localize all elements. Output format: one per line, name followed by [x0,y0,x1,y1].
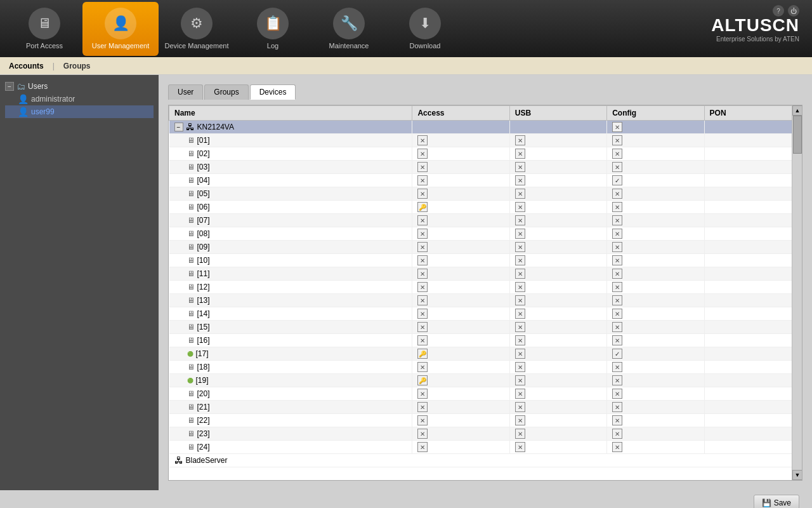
x-icon[interactable]: ✕ [612,442,622,452]
usb-x-icon[interactable]: ✕ [515,242,525,252]
config-cell[interactable]: ✕ [607,281,704,294]
sub-nav-groups[interactable]: Groups [61,60,93,72]
nav-item-download[interactable]: ⬇ Download [387,2,463,56]
access-cell[interactable]: ✕ [412,414,509,427]
x-icon[interactable]: ✕ [612,322,622,332]
config-cell[interactable]: ✓ [607,347,704,361]
usb-x-icon[interactable]: ✕ [515,415,525,425]
access-cell[interactable]: ✕ [412,187,509,201]
x-icon[interactable]: ✕ [612,402,622,412]
nav-item-maintenance[interactable]: 🔧 Maintenance [311,2,387,56]
config-cell[interactable]: ✕ [607,374,704,387]
usb-cell[interactable]: ✕ [509,334,606,347]
config-cell[interactable]: ✕ [607,161,704,174]
usb-cell[interactable]: ✕ [509,347,606,361]
config-cell[interactable]: ✕ [607,254,704,267]
usb-cell[interactable]: ✕ [509,387,606,401]
x-icon[interactable]: ✕ [612,135,622,145]
x-icon[interactable]: ✕ [417,242,428,252]
usb-cell[interactable]: ✕ [509,201,606,214]
config-cell[interactable]: ✕ [607,187,704,201]
x-icon[interactable]: ✕ [417,282,428,292]
table-scroll[interactable]: NameAccessUSBConfigPON − 🖧 KN2124VA ✕ 🖥 … [169,105,802,480]
sub-nav-accounts[interactable]: Accounts [6,60,46,72]
tree-node-administrator[interactable]: 👤administrator [5,93,154,105]
config-cell[interactable]: ✕ [607,267,704,281]
access-cell[interactable]: ✕ [412,214,509,227]
config-cell[interactable]: ✕ [607,201,704,214]
usb-cell[interactable]: ✕ [509,134,606,147]
x-icon[interactable]: ✕ [612,255,622,265]
x-icon[interactable]: ✕ [417,175,428,185]
config-cell[interactable]: ✕ [607,307,704,321]
usb-cell[interactable]: ✕ [509,187,606,201]
access-cell[interactable]: 🔑 [412,201,509,214]
device-config-cell[interactable]: ✕ [607,121,704,134]
access-cell[interactable]: ✕ [412,321,509,334]
x-icon[interactable]: ✕ [612,295,622,305]
usb-cell[interactable]: ✕ [509,267,606,281]
device-expand-btn[interactable]: − [174,123,183,131]
access-cell[interactable]: ✕ [412,294,509,307]
scroll-down-arrow[interactable]: ▼ [792,470,802,480]
usb-cell[interactable]: ✕ [509,174,606,187]
usb-x-icon[interactable]: ✕ [515,389,525,399]
x-icon[interactable]: ✕ [417,295,428,305]
config-cell[interactable]: ✕ [607,321,704,334]
key-icon[interactable]: 🔑 [417,349,428,359]
usb-cell[interactable]: ✕ [509,147,606,161]
tab-groups[interactable]: Groups [204,84,248,100]
access-cell[interactable]: ✕ [412,387,509,401]
x-icon[interactable]: ✕ [417,322,428,332]
key-icon[interactable]: 🔑 [417,375,428,385]
access-cell[interactable]: ✕ [412,427,509,441]
usb-x-icon[interactable]: ✕ [515,269,525,279]
usb-cell[interactable]: ✕ [509,427,606,441]
x-icon[interactable]: ✕ [612,309,622,319]
scrollbar[interactable]: ▲ ▼ [792,105,802,480]
save-button[interactable]: 💾 Save [754,495,799,508]
usb-cell[interactable]: ✕ [509,227,606,241]
x-icon[interactable]: ✕ [417,255,428,265]
access-cell[interactable]: ✕ [412,161,509,174]
tab-devices[interactable]: Devices [250,84,296,100]
config-cell[interactable]: ✕ [607,227,704,241]
usb-cell[interactable]: ✕ [509,374,606,387]
x-icon[interactable]: ✕ [612,282,622,292]
x-icon[interactable]: ✕ [417,415,428,425]
x-icon[interactable]: ✕ [417,135,428,145]
access-cell[interactable]: ✕ [412,307,509,321]
access-cell[interactable]: ✕ [412,227,509,241]
x-icon[interactable]: ✕ [417,442,428,452]
config-cell[interactable]: ✕ [607,214,704,227]
access-cell[interactable]: ✕ [412,281,509,294]
x-icon[interactable]: ✕ [612,202,622,212]
access-cell[interactable]: ✕ [412,134,509,147]
nav-item-log[interactable]: 📋 Log [235,2,311,56]
usb-cell[interactable]: ✕ [509,161,606,174]
x-icon[interactable]: ✕ [417,389,428,399]
usb-cell[interactable]: ✕ [509,294,606,307]
usb-x-icon[interactable]: ✕ [515,135,525,145]
x-icon[interactable]: ✕ [612,229,622,239]
x-icon[interactable]: ✕ [612,242,622,252]
usb-cell[interactable]: ✕ [509,321,606,334]
x-icon[interactable]: ✕ [612,335,622,345]
usb-x-icon[interactable]: ✕ [515,335,525,345]
config-cell[interactable]: ✕ [607,441,704,454]
key-icon[interactable]: 🔑 [417,202,428,212]
usb-cell[interactable]: ✕ [509,281,606,294]
access-cell[interactable]: ✕ [412,174,509,187]
usb-cell[interactable]: ✕ [509,414,606,427]
usb-cell[interactable]: ✕ [509,254,606,267]
access-cell[interactable]: 🔑 [412,347,509,361]
x-icon[interactable]: ✕ [417,335,428,345]
x-icon[interactable]: ✕ [612,215,622,225]
usb-x-icon[interactable]: ✕ [515,309,525,319]
x-icon[interactable]: ✕ [417,429,428,439]
device-config-x[interactable]: ✕ [612,122,622,132]
x-icon[interactable]: ✕ [612,162,622,172]
nav-item-device-management[interactable]: ⚙ Device Management [159,2,235,56]
access-cell[interactable]: ✕ [412,241,509,254]
config-cell[interactable]: ✕ [607,294,704,307]
